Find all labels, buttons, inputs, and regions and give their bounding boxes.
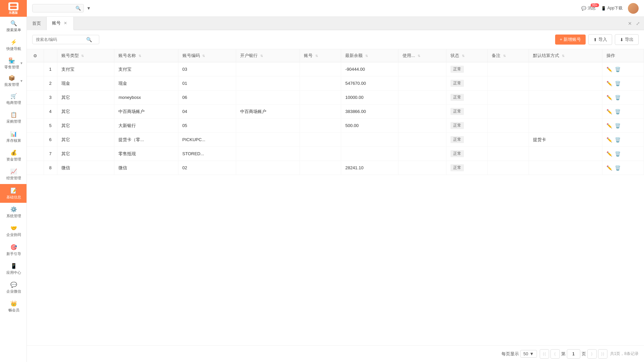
- tab-accounts[interactable]: 账号 ✕: [47, 17, 74, 30]
- cell-actions-1: ✏️ 🗑️: [602, 76, 644, 90]
- cell-remark-3: [488, 105, 529, 119]
- sidebar-item-label-purchase-mgmt: 采购管理: [6, 119, 21, 124]
- cell-row-settings-4[interactable]: [27, 119, 44, 133]
- cell-row-settings-7[interactable]: [27, 161, 44, 175]
- th-settings[interactable]: ⚙: [27, 49, 44, 62]
- sidebar-item-basic-info[interactable]: 📝 基础信息: [0, 184, 26, 203]
- sidebar-item-operations-mgmt[interactable]: 📈 经营管理: [0, 165, 26, 184]
- topbar-dropdown[interactable]: ▼: [87, 6, 91, 11]
- cell-latest-balance-3: 383866.00: [341, 105, 398, 119]
- th-latest-balance[interactable]: 最新余额 ⇅: [341, 49, 398, 62]
- sidebar-item-label-app-center: 应用中心: [6, 270, 21, 275]
- topbar-left: 🔍 ▼: [32, 4, 91, 12]
- cell-row-settings-5[interactable]: [27, 133, 44, 147]
- topbar-search-box[interactable]: 🔍: [32, 4, 84, 12]
- cell-remark-5: [488, 133, 529, 147]
- cell-latest-balance-6: [341, 147, 398, 161]
- export-button[interactable]: ⬇ 导出: [615, 34, 639, 45]
- page-size-box[interactable]: 50 ▼: [520, 350, 537, 358]
- tab-home[interactable]: 首页: [27, 17, 47, 30]
- tab-bar: 首页 账号 ✕ ✕ ⤢: [27, 17, 644, 30]
- th-account-type[interactable]: 账号类型 ⇅: [57, 49, 114, 62]
- last-page-btn[interactable]: ⟩⟩: [598, 349, 607, 359]
- next-page-btn[interactable]: ⟩: [587, 349, 597, 359]
- export-icon: ⬇: [620, 37, 624, 42]
- edit-btn-6[interactable]: ✏️: [606, 151, 612, 157]
- th-usage[interactable]: 使用... ⇅: [398, 49, 446, 62]
- sidebar-item-funds-mgmt[interactable]: 💰 资金管理: [0, 146, 26, 165]
- window-close-btn[interactable]: ✕: [627, 20, 633, 27]
- sidebar-item-new-guide[interactable]: 🎯 新手引导: [0, 241, 26, 259]
- accounts-table: ⚙ 账号类型 ⇅ 账号名称 ⇅ 账号编码 ⇅ 开户银行 ⇅ 账号 ⇅ 最新余额 …: [27, 49, 644, 175]
- prev-page-btn[interactable]: ⟨: [550, 349, 560, 359]
- cell-row-settings-1[interactable]: [27, 76, 44, 90]
- sidebar-item-inventory-calc[interactable]: 📊 库存核算: [0, 127, 26, 146]
- cell-row-settings-6[interactable]: [27, 147, 44, 161]
- sidebar-item-retail-mgmt[interactable]: 🏪 零售管理 ▼: [0, 55, 26, 72]
- cell-row-settings-2[interactable]: [27, 90, 44, 105]
- delete-btn-1[interactable]: 🗑️: [615, 81, 621, 86]
- topbar-search-input[interactable]: [35, 6, 75, 11]
- edit-btn-2[interactable]: ✏️: [606, 95, 612, 100]
- sidebar-item-label-inventory-calc: 库存核算: [6, 138, 21, 143]
- sidebar-item-app-center[interactable]: 📱 应用中心: [0, 259, 26, 278]
- sidebar-item-search-menu[interactable]: 🔍 搜索菜单: [0, 17, 26, 36]
- page-size-value: 50: [523, 351, 528, 356]
- sidebar-item-wholesale-mgmt[interactable]: 📦 批发管理 ▼: [0, 72, 26, 89]
- sidebar-item-ecommerce-mgmt[interactable]: 🛒 电商管理: [0, 89, 26, 108]
- cell-account-3: [300, 105, 341, 119]
- th-account-name[interactable]: 账号名称 ⇅: [114, 49, 178, 62]
- sidebar-item-enterprise-agreement[interactable]: 🤝 企业协同: [0, 222, 26, 240]
- delete-btn-6[interactable]: 🗑️: [615, 151, 621, 157]
- cell-row-settings-0[interactable]: [27, 62, 44, 76]
- sidebar-item-quick-nav[interactable]: ⚡ 快捷导航: [0, 36, 26, 54]
- delete-btn-0[interactable]: 🗑️: [615, 67, 621, 72]
- delete-btn-4[interactable]: 🗑️: [615, 123, 621, 128]
- app-download-btn[interactable]: 📱 App下载: [601, 5, 623, 11]
- edit-btn-7[interactable]: ✏️: [606, 165, 612, 171]
- edit-btn-5[interactable]: ✏️: [606, 137, 612, 142]
- sidebar-item-enterprise-wechat[interactable]: 💬 企业微信: [0, 278, 26, 297]
- th-opening-bank[interactable]: 开户银行 ⇅: [236, 49, 300, 62]
- tab-accounts-close[interactable]: ✕: [63, 20, 68, 26]
- cell-row-settings-3[interactable]: [27, 105, 44, 119]
- table-row: 5 其它 大新银行 05 500.00 正常 ✏️ 🗑️: [27, 119, 644, 133]
- cell-status-0: 正常: [446, 62, 488, 76]
- edit-btn-4[interactable]: ✏️: [606, 123, 612, 128]
- sidebar-item-vip-member[interactable]: 👑 畅会员: [0, 297, 26, 316]
- cell-account-type-1: 现金: [57, 76, 114, 90]
- th-row-num: [44, 49, 57, 62]
- message-icon: 💬: [581, 6, 586, 11]
- edit-btn-1[interactable]: ✏️: [606, 81, 612, 86]
- cell-status-6: 正常: [446, 147, 488, 161]
- first-page-btn[interactable]: ⟨⟨: [540, 349, 549, 359]
- th-account[interactable]: 账号 ⇅: [300, 49, 341, 62]
- account-search-box[interactable]: 🔍: [32, 35, 99, 44]
- cell-row-num-1: 2: [44, 76, 57, 90]
- th-remark[interactable]: 备注 ⇅: [488, 49, 529, 62]
- cell-account-code-3: 04: [178, 105, 236, 119]
- user-avatar[interactable]: [628, 3, 639, 14]
- sidebar-item-purchase-mgmt[interactable]: 📋 采购管理: [0, 108, 26, 127]
- delete-btn-5[interactable]: 🗑️: [615, 137, 621, 142]
- th-default-settlement[interactable]: 默认结算方式 ⇅: [529, 49, 602, 62]
- sidebar-item-system-mgmt[interactable]: ⚙️ 系统管理: [0, 203, 26, 222]
- add-account-button[interactable]: + 新增账号: [555, 35, 586, 45]
- table-row: 7 其它 零售抵现 STORED... 正常 ✏️ 🗑️: [27, 147, 644, 161]
- messages-btn[interactable]: 💬 消息 99+: [581, 5, 596, 11]
- cell-account-2: [300, 90, 341, 105]
- account-search-input[interactable]: [36, 37, 86, 42]
- edit-btn-0[interactable]: ✏️: [606, 67, 612, 72]
- th-account-code[interactable]: 账号编码 ⇅: [178, 49, 236, 62]
- page-number-input[interactable]: [567, 349, 580, 359]
- th-status[interactable]: 状态 ⇅: [446, 49, 488, 62]
- operations-mgmt-icon: 📈: [10, 168, 17, 175]
- delete-btn-2[interactable]: 🗑️: [615, 95, 621, 100]
- edit-btn-3[interactable]: ✏️: [606, 109, 612, 114]
- tab-accounts-label: 账号: [52, 20, 61, 26]
- cell-account-type-6: 其它: [57, 147, 114, 161]
- import-button[interactable]: ⬆ 导入: [588, 34, 612, 45]
- delete-btn-3[interactable]: 🗑️: [615, 109, 621, 114]
- delete-btn-7[interactable]: 🗑️: [615, 165, 621, 171]
- window-maximize-btn[interactable]: ⤢: [635, 20, 641, 27]
